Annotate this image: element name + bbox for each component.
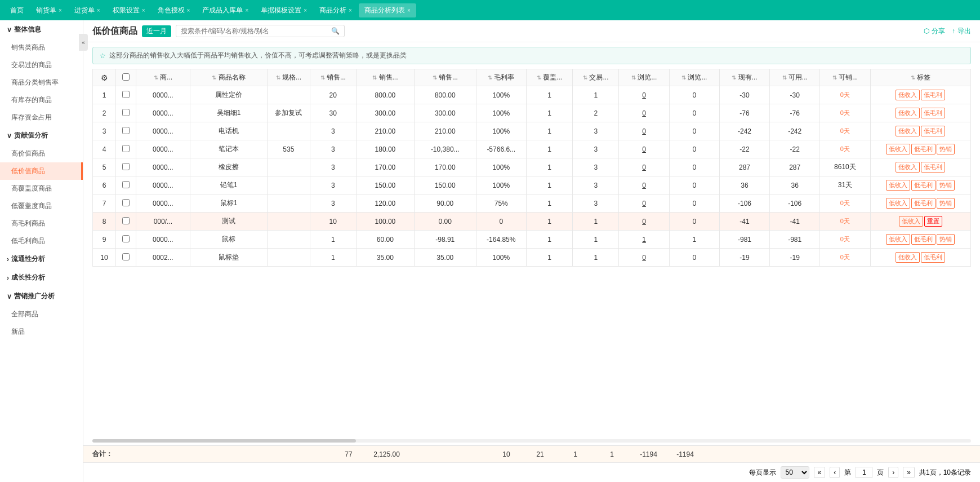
row-select-checkbox[interactable]	[122, 109, 130, 116]
sidebar-group-overall[interactable]: ∨ 整体信息	[0, 20, 83, 39]
row-checkbox[interactable]	[116, 194, 136, 213]
row-checkbox[interactable]	[116, 249, 136, 267]
sort-icon-salable[interactable]: ⇅	[832, 74, 837, 81]
nav-sales[interactable]: 销货单 ×	[30, 3, 68, 17]
sort-icon-gross[interactable]: ⇅	[488, 74, 492, 81]
next-page-button[interactable]: ›	[888, 467, 898, 478]
sidebar-group-contribution[interactable]: ∨ 贡献值分析	[0, 126, 83, 145]
current-page-input[interactable]	[856, 467, 872, 478]
nav-close-purchase[interactable]: ×	[97, 7, 100, 14]
row-checkbox[interactable]	[116, 231, 136, 249]
sidebar-item-new-goods[interactable]: 新品	[0, 323, 83, 341]
sidebar-item-all-goods[interactable]: 全部商品	[0, 306, 83, 323]
sort-icon-spec[interactable]: ⇅	[276, 74, 280, 81]
row-checkbox[interactable]	[116, 176, 136, 194]
prev-page-button[interactable]: ‹	[830, 467, 840, 478]
sidebar-item-high-value[interactable]: 高价值商品	[0, 145, 83, 162]
browse1-link[interactable]: 1	[642, 236, 646, 244]
scroll-thumb[interactable]	[92, 439, 356, 443]
sort-icon-browse2[interactable]: ⇅	[681, 74, 686, 81]
row-select-checkbox[interactable]	[122, 217, 130, 224]
row-sale2: 300.00	[414, 104, 476, 122]
sort-icon-qty[interactable]: ⇅	[320, 74, 325, 81]
sort-icon-browse1[interactable]: ⇅	[631, 74, 636, 81]
page-size-select[interactable]: 50 100 200	[781, 466, 809, 479]
row-code: 0000...	[136, 140, 190, 158]
row-checkbox[interactable]	[116, 140, 136, 158]
row-select-checkbox[interactable]	[122, 127, 130, 134]
select-all-checkbox[interactable]	[122, 73, 130, 81]
browse1-link[interactable]: 0	[642, 218, 646, 225]
browse1-link[interactable]: 0	[642, 163, 646, 171]
row-checkbox[interactable]	[116, 158, 136, 176]
sidebar-item-traded-goods[interactable]: 交易过的商品	[0, 56, 83, 74]
sidebar-group-flow[interactable]: › 流通性分析	[0, 250, 83, 268]
browse1-link[interactable]: 0	[642, 182, 646, 189]
share-button[interactable]: ⬡ 分享	[924, 26, 945, 36]
nav-close-sales[interactable]: ×	[59, 7, 62, 14]
sort-icon-trade[interactable]: ⇅	[583, 74, 587, 81]
time-filter-button[interactable]: 近一月	[142, 25, 171, 37]
sort-icon-sale2[interactable]: ⇅	[433, 74, 437, 81]
sidebar-item-sales-goods[interactable]: 销售类商品	[0, 39, 83, 56]
row-select-checkbox[interactable]	[122, 199, 130, 206]
nav-goods-analysis[interactable]: 商品分析 ×	[314, 3, 358, 17]
horizontal-scrollbar[interactable]	[92, 439, 971, 443]
sort-icon-cover[interactable]: ⇅	[537, 74, 541, 81]
last-page-button[interactable]: »	[903, 467, 915, 478]
row-select-checkbox[interactable]	[122, 163, 130, 170]
nav-permissions[interactable]: 权限设置 ×	[107, 3, 151, 17]
sort-icon-avail[interactable]: ⇅	[782, 74, 787, 81]
browse1-link[interactable]: 0	[642, 109, 646, 117]
nav-templates[interactable]: 单据模板设置 ×	[255, 3, 313, 17]
sidebar-toggle[interactable]: «	[79, 34, 88, 51]
row-checkbox[interactable]	[116, 86, 136, 104]
row-checkbox[interactable]	[116, 213, 136, 231]
row-select-checkbox[interactable]	[122, 181, 130, 188]
browse1-link[interactable]: 0	[642, 91, 646, 99]
nav-close-goods-analysis[interactable]: ×	[349, 7, 352, 14]
sidebar-item-category-sales[interactable]: 商品分类销售率	[0, 74, 83, 91]
nav-inventory[interactable]: 产成品入库单 ×	[197, 3, 254, 17]
tag-item: 低毛利	[921, 90, 945, 100]
browse1-link[interactable]: 0	[642, 200, 646, 207]
row-salable-days: 0天	[820, 194, 870, 213]
row-select-checkbox[interactable]	[122, 235, 130, 242]
sidebar-item-low-value[interactable]: 低价值商品	[0, 162, 83, 180]
row-checkbox[interactable]	[116, 104, 136, 122]
first-page-button[interactable]: «	[814, 467, 826, 478]
row-select-checkbox[interactable]	[122, 91, 130, 98]
browse1-link[interactable]: 0	[642, 127, 646, 135]
sort-icon-sale1[interactable]: ⇅	[372, 74, 377, 81]
export-button[interactable]: ↑ 导出	[952, 26, 971, 36]
sidebar-item-low-coverage[interactable]: 低覆盖度商品	[0, 197, 83, 215]
nav-home[interactable]: 首页	[5, 3, 29, 17]
sidebar-item-low-margin[interactable]: 低毛利商品	[0, 232, 83, 250]
row-select-checkbox[interactable]	[122, 253, 130, 260]
search-box[interactable]: 🔍	[176, 25, 345, 37]
nav-close-roles[interactable]: ×	[187, 7, 190, 14]
sidebar-item-stocked-goods[interactable]: 有库存的商品	[0, 91, 83, 109]
nav-close-inventory[interactable]: ×	[245, 7, 248, 14]
nav-purchase[interactable]: 进货单 ×	[69, 3, 106, 17]
sort-icon-tag[interactable]: ⇅	[911, 74, 915, 81]
nav-close-goods-list[interactable]: ×	[407, 7, 411, 14]
search-input[interactable]	[181, 27, 329, 35]
row-select-checkbox[interactable]	[122, 145, 130, 152]
nav-close-templates[interactable]: ×	[304, 7, 307, 14]
gear-icon[interactable]: ⚙	[101, 73, 108, 82]
browse1-link[interactable]: 0	[642, 145, 646, 153]
sidebar-item-inventory-capital[interactable]: 库存资金占用	[0, 109, 83, 126]
sort-icon[interactable]: ⇅	[154, 74, 158, 81]
sort-icon-stock[interactable]: ⇅	[732, 74, 736, 81]
sort-icon-name[interactable]: ⇅	[212, 74, 216, 81]
nav-roles[interactable]: 角色授权 ×	[152, 3, 196, 17]
nav-close-permissions[interactable]: ×	[142, 7, 145, 14]
row-checkbox[interactable]	[116, 122, 136, 140]
sidebar-group-marketing[interactable]: ∨ 营销推广分析	[0, 287, 83, 306]
sidebar-item-high-coverage[interactable]: 高覆盖度商品	[0, 180, 83, 197]
nav-goods-list[interactable]: 商品分析列表 ×	[359, 3, 416, 17]
sidebar-group-growth[interactable]: › 成长性分析	[0, 268, 83, 287]
sidebar-item-high-margin[interactable]: 高毛利商品	[0, 215, 83, 232]
browse1-link[interactable]: 0	[642, 254, 646, 262]
